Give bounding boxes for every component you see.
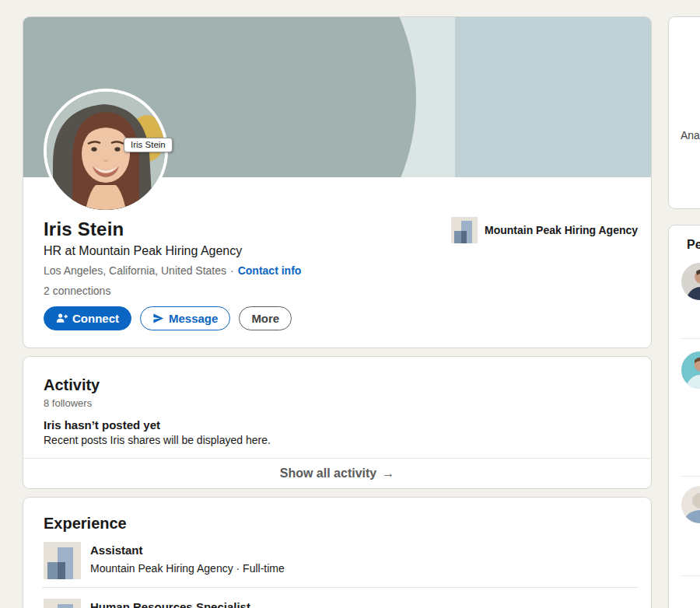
activity-empty-title: Iris hasn’t posted yet — [44, 418, 160, 432]
company-logo-icon — [44, 542, 81, 579]
message-button-label: Message — [169, 312, 218, 325]
activity-card: Activity 8 followers Iris hasn’t posted … — [23, 357, 651, 488]
sidebar-top-card-text: Ana — [681, 129, 700, 142]
experience-item[interactable]: Assistant Mountain Peak Hiring Agency · … — [44, 542, 285, 579]
profile-actions: Connect Message More — [44, 306, 292, 330]
person-add-icon — [56, 313, 68, 324]
company-logo-icon — [44, 599, 81, 608]
experience-item-text: Assistant Mountain Peak Hiring Agency · … — [90, 542, 285, 579]
arrow-right-icon: → — [382, 466, 394, 480]
show-all-activity-button[interactable]: Show all activity → — [23, 458, 651, 488]
experience-item[interactable]: Human Resources Specialist — [44, 599, 250, 608]
more-button-label: More — [251, 312, 279, 325]
profile-location: Los Angeles, California, United States — [44, 264, 226, 277]
experience-divider — [42, 587, 639, 588]
connect-button[interactable]: Connect — [44, 306, 131, 330]
suggested-profile-avatar[interactable] — [681, 263, 700, 300]
profile-photo-tooltip: Iris Stein — [124, 138, 173, 152]
sidebar-divider — [681, 575, 700, 576]
followers-count: 8 followers — [44, 397, 92, 409]
people-also-viewed-title: Pe — [687, 238, 700, 252]
send-icon — [152, 313, 164, 324]
current-company-link[interactable]: Mountain Peak Hiring Agency — [451, 217, 638, 243]
connections-count[interactable]: 2 connections — [44, 285, 110, 297]
people-also-viewed-card: Pe — [669, 225, 700, 608]
experience-item-subtitle: Mountain Peak Hiring Agency · Full-time — [90, 562, 285, 575]
suggested-profile-ghost-avatar[interactable] — [681, 486, 700, 523]
experience-item-title: Human Resources Specialist — [90, 600, 250, 608]
sidebar-divider — [681, 338, 700, 339]
experience-title: Experience — [44, 515, 127, 533]
company-logo-icon — [451, 217, 478, 243]
suggested-profile-avatar[interactable] — [681, 351, 700, 389]
activity-title: Activity — [44, 376, 100, 394]
profile-card: Iris Stein Iris Stein HR at Mountain Pea… — [23, 17, 651, 348]
more-button[interactable]: More — [239, 306, 292, 330]
message-button[interactable]: Message — [140, 306, 230, 330]
sidebar-top-card: Ana — [669, 17, 700, 208]
connect-button-label: Connect — [72, 312, 119, 325]
sidebar-divider — [681, 476, 700, 477]
banner-right-block — [455, 17, 651, 177]
location-row: Los Angeles, California, United States·C… — [44, 264, 301, 277]
linkedin-profile-page: Iris Stein Iris Stein HR at Mountain Pea… — [0, 0, 700, 608]
experience-item-title: Assistant — [90, 543, 285, 557]
show-all-activity-label: Show all activity — [280, 466, 376, 480]
company-name: Mountain Peak Hiring Agency — [485, 224, 638, 236]
profile-headline: HR at Mountain Peak Hiring Agency — [44, 244, 242, 258]
contact-info-link[interactable]: Contact info — [238, 264, 302, 277]
activity-empty-subtitle: Recent posts Iris shares will be display… — [44, 434, 271, 446]
experience-item-text: Human Resources Specialist — [90, 599, 250, 608]
profile-name: Iris Stein — [44, 218, 124, 240]
separator-dot: · — [230, 264, 234, 277]
experience-card: Experience Assistant Mountain Peak Hirin… — [23, 498, 651, 608]
